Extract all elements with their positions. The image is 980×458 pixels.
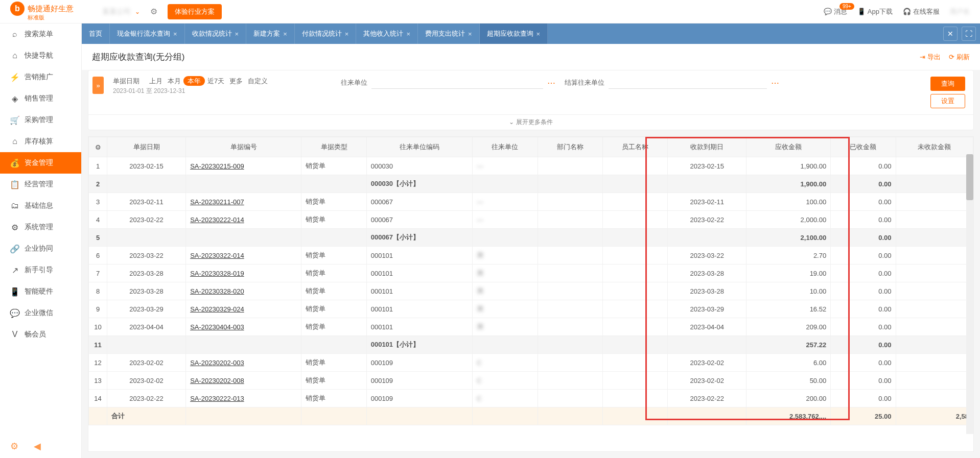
scrollbar-thumb[interactable] (966, 154, 973, 200)
settle-partner-input[interactable] (609, 77, 767, 89)
doc-link[interactable]: SA-20230211-007 (190, 198, 244, 206)
date-preset[interactable]: 上月 (147, 76, 165, 86)
gear-column[interactable]: ⚙ (89, 137, 107, 157)
settings-icon[interactable]: ⚙ (10, 441, 18, 452)
trial-button[interactable]: 体验行业方案 (168, 4, 222, 19)
org-name[interactable]: 某某公司 (102, 7, 131, 16)
date-preset[interactable]: 本月 (165, 76, 183, 86)
table-row[interactable]: 122023-02-02SA-20230202-003销货单000109C202… (89, 354, 973, 372)
tab[interactable]: 现金银行流水查询× (110, 23, 185, 44)
close-all-tabs-icon[interactable]: ✕ (943, 27, 958, 41)
sidebar-item[interactable]: 🛒采购管理 (0, 109, 81, 131)
date-preset[interactable]: 更多 (227, 76, 245, 86)
table-row[interactable]: 82023-03-28SA-20230328-020销货单000101测2023… (89, 282, 973, 300)
column-header[interactable]: 单据编号 (186, 137, 301, 157)
more-icon[interactable]: ⋯ (771, 78, 779, 88)
close-icon[interactable]: × (406, 30, 410, 38)
page-title: 超期应收款查询(无分组) (92, 51, 184, 63)
filter-settings-button[interactable]: 设置 (930, 94, 965, 108)
close-icon[interactable]: × (536, 30, 541, 38)
table-row[interactable]: 32023-02-11SA-20230211-007销货单000067—2023… (89, 193, 973, 211)
tab[interactable]: 收款情况统计× (185, 23, 247, 44)
sidebar-item[interactable]: ↗新手引导 (0, 259, 81, 281)
close-icon[interactable]: × (173, 30, 177, 38)
expand-filter-button[interactable]: ⌄ 展开更多条件 (88, 114, 973, 130)
column-header[interactable]: 未收款金额 (896, 137, 973, 157)
sidebar-item[interactable]: 💬企业微信 (0, 302, 81, 324)
doc-link[interactable]: SA-20230328-020 (190, 287, 244, 295)
table-row[interactable]: 142023-02-22SA-20230222-013销货单000109C202… (89, 390, 973, 407)
sidebar-item-label: 企业协同 (25, 244, 53, 253)
close-icon[interactable]: × (345, 30, 349, 38)
partner-input[interactable] (371, 77, 543, 89)
table-row[interactable]: 102023-04-04SA-20230404-003销货单000101测202… (89, 318, 973, 336)
gear-icon[interactable]: ⚙ (150, 7, 157, 16)
column-header[interactable]: 往来单位 (473, 137, 538, 157)
doc-link[interactable]: SA-20230222-013 (190, 395, 244, 402)
sidebar-item[interactable]: 📋经营管理 (0, 174, 81, 195)
tab[interactable]: 新建方案× (246, 23, 295, 44)
table-row[interactable]: 12023-02-15SA-20230215-009销货单000030—2023… (89, 157, 973, 175)
doc-link[interactable]: SA-20230215-009 (190, 162, 244, 170)
sidebar-item[interactable]: ⌕搜索菜单 (0, 23, 81, 45)
messages-link[interactable]: 💬 消息 99+ (824, 7, 847, 16)
sidebar-item[interactable]: ◈销售管理 (0, 88, 81, 109)
doc-link[interactable]: SA-20230202-008 (190, 377, 244, 384)
close-icon[interactable]: × (283, 30, 287, 38)
tab[interactable]: 其他收入统计× (356, 23, 418, 44)
doc-link[interactable]: SA-20230322-014 (190, 252, 244, 259)
export-button[interactable]: ⇥ 导出 (920, 53, 941, 62)
doc-link[interactable]: SA-20230202-003 (190, 359, 244, 367)
column-header[interactable]: 部门名称 (538, 137, 602, 157)
fullscreen-icon[interactable]: ⛶ (962, 27, 976, 41)
table-row[interactable]: 72023-03-28SA-20230328-019销货单000101测2023… (89, 264, 973, 282)
sidebar-item[interactable]: V畅会员 (0, 324, 81, 345)
sidebar-item[interactable]: ⚙系统管理 (0, 216, 81, 238)
column-header[interactable]: 员工名称 (602, 137, 667, 157)
column-header[interactable]: 应收金额 (746, 137, 831, 157)
sidebar-item[interactable]: 📱智能硬件 (0, 281, 81, 302)
refresh-button[interactable]: ⟳ 刷新 (949, 53, 970, 62)
table-row[interactable]: 42023-02-22SA-20230222-014销货单000067—2023… (89, 211, 973, 229)
app-download-link[interactable]: 📱 App下载 (857, 7, 893, 16)
collapse-icon[interactable]: ◀ (34, 441, 41, 452)
doc-link[interactable]: SA-20230222-014 (190, 216, 244, 224)
user-name[interactable]: 用户名 (950, 7, 970, 16)
doc-link[interactable]: SA-20230404-003 (190, 323, 244, 331)
tab[interactable]: 付款情况统计× (295, 23, 357, 44)
query-button[interactable]: 查询 (930, 77, 965, 91)
sidebar-item[interactable]: 💰资金管理 (0, 152, 81, 174)
column-header[interactable]: 已收金额 (831, 137, 896, 157)
column-header[interactable]: 往来单位编码 (366, 137, 472, 157)
column-header[interactable]: 单据日期 (107, 137, 186, 157)
tab[interactable]: 首页 (82, 23, 110, 44)
table-row[interactable]: 5000067【小计】2,100.000.00 (89, 229, 973, 247)
table-row[interactable]: 132023-02-02SA-20230202-008销货单000109C202… (89, 372, 973, 390)
sidebar-item[interactable]: 🗂基础信息 (0, 195, 81, 216)
date-preset[interactable]: 近7天 (205, 76, 227, 86)
sidebar-item[interactable]: ⚡营销推广 (0, 66, 81, 88)
date-preset[interactable]: 本年 (183, 76, 205, 86)
partner-filter-label: 往来单位 (341, 78, 367, 87)
collapse-filter-button[interactable]: » (92, 77, 104, 94)
online-service-link[interactable]: 🎧 在线客服 (903, 7, 940, 16)
sidebar-item[interactable]: ⌂库存核算 (0, 131, 81, 152)
close-icon[interactable]: × (235, 30, 239, 38)
vertical-scrollbar[interactable] (966, 154, 973, 434)
column-header[interactable]: 收款到期日 (668, 137, 746, 157)
table-row[interactable]: 11000101【小计】257.220.00 (89, 336, 973, 354)
close-icon[interactable]: × (468, 30, 472, 38)
chevron-down-icon[interactable]: ⌄ (135, 8, 140, 15)
tab[interactable]: 费用支出统计× (418, 23, 480, 44)
tab[interactable]: 超期应收款查询× (480, 23, 548, 44)
sidebar-item[interactable]: 🔗企业协同 (0, 238, 81, 259)
table-row[interactable]: 62023-03-22SA-20230322-014销货单000101测2023… (89, 247, 973, 264)
doc-link[interactable]: SA-20230328-019 (190, 270, 244, 277)
table-row[interactable]: 92023-03-29SA-20230329-024销货单000101测2023… (89, 300, 973, 318)
more-icon[interactable]: ⋯ (547, 78, 555, 88)
doc-link[interactable]: SA-20230329-024 (190, 305, 244, 313)
date-preset[interactable]: 自定义 (245, 76, 270, 86)
column-header[interactable]: 单据类型 (301, 137, 366, 157)
table-row[interactable]: 2000030【小计】1,900.000.00 (89, 175, 973, 193)
sidebar-item[interactable]: ⌂快捷导航 (0, 45, 81, 66)
